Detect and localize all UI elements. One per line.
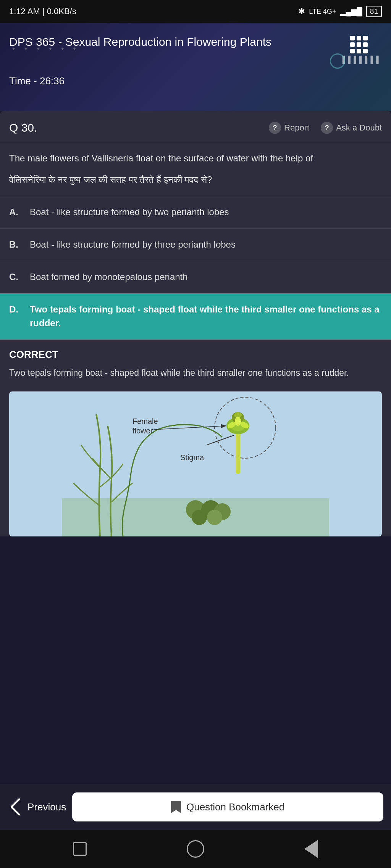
nav-square-button[interactable] bbox=[73, 842, 87, 856]
option-a-text: Boat - like structure formed by two peri… bbox=[30, 205, 229, 219]
report-button[interactable]: ? Report bbox=[269, 122, 309, 134]
progress-bars: ▌▌▌▌▌▌▌ bbox=[343, 56, 382, 64]
svg-text:flower: flower bbox=[132, 427, 153, 435]
option-d[interactable]: D. Two tepals forming boat - shaped floa… bbox=[0, 293, 391, 340]
option-b[interactable]: B. Boat - like structure formed by three… bbox=[0, 229, 391, 261]
question-text-english: The male flowers of Vallisneria float on… bbox=[0, 142, 391, 169]
bluetooth-icon: ✱ bbox=[298, 6, 305, 16]
question-actions: ? Report ? Ask a Doubt bbox=[269, 122, 382, 134]
previous-button[interactable]: Previous bbox=[8, 797, 66, 816]
svg-text:Female: Female bbox=[132, 417, 158, 425]
option-a-label: A. bbox=[9, 205, 23, 219]
grid-dot bbox=[357, 42, 361, 47]
option-c[interactable]: C. Boat formed by monotepalous perianth bbox=[0, 261, 391, 293]
option-d-label: D. bbox=[9, 303, 23, 316]
option-c-label: C. bbox=[9, 270, 23, 284]
ask-doubt-icon: ? bbox=[321, 122, 333, 134]
bookmark-button[interactable]: Question Bookmarked bbox=[72, 792, 383, 821]
svg-marker-22 bbox=[171, 801, 181, 813]
plant-svg: Female flower Stigma bbox=[9, 391, 382, 536]
report-label: Report bbox=[284, 123, 309, 133]
nav-back-button[interactable] bbox=[304, 840, 318, 858]
grid-menu-icon[interactable]: ▌▌▌▌▌▌▌ bbox=[343, 34, 382, 64]
system-nav-bar bbox=[0, 830, 391, 868]
status-bar: 1:12 AM | 0.0KB/s ✱ LTE 4G+ ▂▄▆█ 81 bbox=[0, 0, 391, 23]
chevron-left-icon bbox=[8, 797, 23, 816]
option-c-text: Boat formed by monotepalous perianth bbox=[30, 270, 188, 284]
svg-point-15 bbox=[192, 510, 207, 525]
report-icon: ? bbox=[269, 122, 281, 134]
bookmark-icon bbox=[171, 801, 181, 813]
nav-home-button[interactable] bbox=[187, 840, 204, 858]
question-number: Q 30. bbox=[9, 121, 37, 134]
grid-dot bbox=[357, 49, 361, 53]
bookmark-label: Question Bookmarked bbox=[186, 801, 284, 813]
grid-dot bbox=[363, 42, 368, 47]
svg-text:Stigma: Stigma bbox=[180, 453, 204, 462]
question-header: Q 30. ? Report ? Ask a Doubt bbox=[0, 111, 391, 142]
correct-section: CORRECT Two tepals forming boat - shaped… bbox=[0, 340, 391, 384]
header-section: DPS 365 - Sexual Reproduction in Floweri… bbox=[0, 23, 391, 111]
option-b-text: Boat - like structure formed by three pe… bbox=[30, 238, 236, 251]
correct-text: Two tepals forming boat - shaped float w… bbox=[9, 366, 382, 380]
plant-illustration-container: Female flower Stigma bbox=[9, 391, 382, 536]
correct-label: CORRECT bbox=[9, 349, 382, 361]
grid-dot bbox=[357, 36, 361, 40]
option-a[interactable]: A. Boat - like structure formed by two p… bbox=[0, 196, 391, 229]
ask-doubt-button[interactable]: ? Ask a Doubt bbox=[321, 122, 382, 134]
question-text-hindi: वेलिसनेरिया के नर पुष्प जल की सतह पर तैर… bbox=[0, 169, 391, 196]
signal-icon: ▂▄▆█ bbox=[340, 7, 362, 16]
svg-point-10 bbox=[235, 417, 241, 426]
previous-label: Previous bbox=[27, 801, 66, 813]
status-icons: ✱ LTE 4G+ ▂▄▆█ 81 bbox=[298, 6, 382, 17]
bottom-navigation: Previous Question Bookmarked bbox=[0, 784, 391, 830]
content-card: Q 30. ? Report ? Ask a Doubt The male fl… bbox=[0, 111, 391, 536]
grid-dot bbox=[350, 49, 355, 53]
option-b-label: B. bbox=[9, 238, 23, 251]
option-d-text: Two tepals forming boat - shaped float w… bbox=[30, 303, 382, 330]
ask-doubt-label: Ask a Doubt bbox=[336, 123, 382, 133]
grid-dot bbox=[363, 36, 368, 40]
grid-dot bbox=[350, 42, 355, 47]
svg-point-16 bbox=[207, 510, 222, 525]
decorative-circle bbox=[330, 53, 345, 69]
battery-icon: 81 bbox=[366, 6, 382, 17]
timer: Time - 26:36 bbox=[9, 75, 382, 87]
grid-dot bbox=[363, 49, 368, 53]
network-icon: LTE 4G+ bbox=[309, 8, 336, 16]
status-time: 1:12 AM | 0.0KB/s bbox=[9, 6, 76, 16]
grid-dot bbox=[350, 36, 355, 40]
decorative-stars: ✦ ✦ ✦ ✦ ✦ ✦ bbox=[11, 46, 80, 52]
svg-rect-3 bbox=[236, 428, 240, 473]
